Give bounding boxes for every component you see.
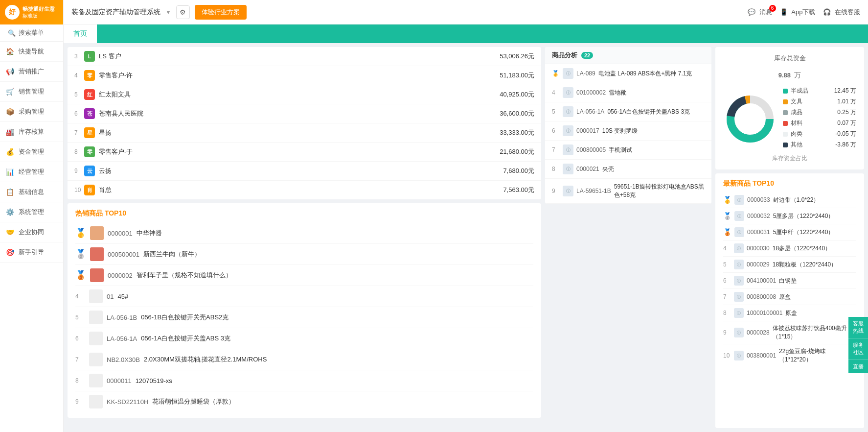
sidebar-item-operations[interactable]: 📊 经营管理: [0, 162, 63, 182]
sidebar-label-7: 基础信息: [19, 188, 44, 196]
legend-item: 半成品 12.45 万: [783, 87, 856, 95]
customer-avatar: 红: [84, 89, 95, 100]
legend-value: -0.05 万: [835, 130, 856, 138]
top-product-right-item: 5 ⓘ LA-056-1A 056-1A白色按键开关盖ABS 3克: [545, 102, 711, 121]
hot-product-item: 7 NB2.0X30B 2.0X30MM双搓花轴,搓花直径2.1MM/ROHS: [75, 349, 533, 370]
phone-icon: 📱: [780, 8, 788, 16]
top-product-code: LA-056-1A: [576, 108, 604, 115]
newest-product-icon: ⓘ: [734, 276, 744, 286]
top-product-icon: ⓘ: [563, 68, 573, 79]
tab-home[interactable]: 首页: [64, 24, 97, 43]
sidebar-label-6: 经营管理: [19, 168, 44, 176]
sidebar-item-basic-info[interactable]: 📋 基础信息: [0, 182, 63, 202]
legend-item: 其他 -3.86 万: [783, 141, 856, 149]
settings-icon[interactable]: ⚙: [176, 5, 190, 19]
sidebar-item-nav[interactable]: 🏠 快捷导航: [0, 42, 63, 62]
operations-icon: 📊: [5, 167, 15, 177]
product-rank: 8: [75, 377, 85, 384]
message-btn[interactable]: 💬 消息 6: [748, 8, 772, 17]
sidebar-label-10: 新手引导: [19, 248, 44, 257]
newest-code: 0000029: [747, 261, 770, 268]
sidebar-item-marketing[interactable]: 📢 营销推广: [0, 62, 63, 82]
product-code: 0000011: [107, 377, 132, 384]
sidebar-item-collab[interactable]: 🤝 企业协同: [0, 222, 63, 242]
top-product-icon: ⓘ: [563, 87, 573, 98]
top-product-code: LA-089: [576, 70, 595, 77]
newest-product-icon: ⓘ: [734, 195, 744, 205]
logo-icon: 好: [5, 5, 20, 20]
medal-silver-icon: 🥈: [75, 249, 86, 260]
sidebar-item-sales[interactable]: 🛒 销售管理: [0, 82, 63, 102]
top-product-right-item: 4 ⓘ 001000002 雪地靴: [545, 83, 711, 102]
float-btn-live[interactable]: 直播: [848, 360, 868, 373]
legend-item: 材料 0.07 万: [783, 119, 856, 127]
newest-code: 0000033: [747, 196, 770, 203]
customer-avatar: 苍: [84, 108, 95, 119]
sidebar-label-9: 企业协同: [19, 228, 44, 237]
collab-icon: 🤝: [5, 227, 15, 237]
product-name: 45#: [117, 293, 533, 300]
newest-product-icon: ⓘ: [734, 243, 744, 253]
product-rank: 7: [75, 356, 85, 363]
top-product-name: 雪地靴: [609, 89, 705, 97]
customer-amount: 33,333.00元: [500, 128, 534, 137]
sidebar-search[interactable]: 🔍 搜索菜单: [0, 24, 63, 42]
online-service-btn[interactable]: 🎧 在线客服: [823, 8, 860, 17]
legend-value: 12.45 万: [834, 87, 856, 95]
newest-products-title: 最新商品 TOP10: [723, 179, 856, 188]
experience-btn[interactable]: 体验行业方案: [195, 5, 247, 20]
headset-icon: 🎧: [823, 8, 831, 16]
product-name: 花语萌恒温分腿睡袋（厚款）: [152, 397, 533, 406]
customer-avatar: 星: [84, 127, 95, 138]
content: 3 L LS 客户 53,006.26元 4 零 零售客户-许 51,183.0…: [64, 43, 868, 432]
customer-name: 星扬: [99, 128, 500, 137]
customer-rank: 9: [74, 168, 84, 174]
middle-column: 商品分析 22 🥇 ⓘ LA-089 电池盖 LA-089 ABS本色+黑种 7…: [545, 43, 711, 432]
sidebar-item-system[interactable]: ⚙️ 系统管理: [0, 202, 63, 222]
app-download-btn[interactable]: 📱 App下载: [780, 8, 816, 17]
top-product-name: 10S 变刹罗缓: [602, 127, 705, 135]
product-analysis-badge: 22: [581, 52, 593, 59]
stock-value: 9.88: [778, 72, 791, 79]
newest-rank: 9: [723, 329, 731, 336]
newest-product-item: 🥇 ⓘ 0000033 封边带（1.0*22）: [723, 192, 856, 208]
newest-name: 封边带（1.0*22）: [773, 196, 856, 204]
sidebar-item-purchase[interactable]: 📦 采购管理: [0, 102, 63, 122]
sidebar-item-finance[interactable]: 💰 资金管理: [0, 142, 63, 162]
customer-rank: 4: [74, 72, 84, 79]
customer-amount: 36,600.00元: [500, 109, 534, 118]
stock-chart-area: 半成品 12.45 万 文具 1.01 万 成品 0.25 万 材料 0.07 …: [723, 87, 856, 151]
sidebar-item-guide[interactable]: 🎯 新手引导: [0, 242, 63, 263]
customer-name: 苍南县人民医院: [99, 109, 500, 118]
newest-medal-bronze: 🥉: [723, 228, 731, 236]
float-btn-community[interactable]: 服务社区: [848, 338, 868, 360]
float-btn-service[interactable]: 客服热线: [848, 317, 868, 338]
product-code: NB2.0X30B: [107, 356, 140, 363]
legend-label: 材料: [791, 119, 834, 127]
product-analysis-header: 商品分析 22: [545, 47, 711, 64]
customer-amount: 21,680.00元: [500, 147, 534, 156]
dropdown-arrow-icon[interactable]: ▼: [165, 9, 171, 16]
newest-rank: 8: [723, 310, 731, 316]
main-area: 装备及固定资产辅助管理系统 ▼ ⚙ 体验行业方案 💬 消息 6 📱 App下载 …: [64, 0, 868, 432]
product-thumbnail: [90, 268, 104, 282]
product-analysis-panel: 商品分析 22 🥇 ⓘ LA-089 电池盖 LA-089 ABS本色+黑种 7…: [545, 47, 711, 204]
newest-product-icon: ⓘ: [734, 308, 744, 318]
top-product-code: 000800005: [576, 146, 606, 153]
customer-rank: 5: [74, 91, 84, 98]
newest-code: 0000030: [747, 245, 770, 252]
topbar-right: 💬 消息 6 📱 App下载 🎧 在线客服: [748, 8, 860, 17]
newest-code: 003800001: [747, 352, 776, 359]
customer-rank: 8: [74, 148, 84, 155]
newest-medal-gold: 🥇: [723, 196, 731, 204]
legend-dot: [783, 99, 788, 104]
newest-product-icon: ⓘ: [734, 260, 744, 269]
hot-product-item: 5 LA-056-1B 056-1B白色按键开关壳ABS2克: [75, 307, 533, 328]
sidebar-label-3: 采购管理: [19, 107, 44, 116]
purchase-icon: 📦: [5, 107, 15, 117]
newest-name: 原盒: [785, 309, 856, 317]
sidebar-item-inventory[interactable]: 🏭 库存核算: [0, 122, 63, 142]
top-rank: 4: [552, 89, 560, 96]
top-medal-gold: 🥇: [552, 70, 560, 77]
newest-medal-silver: 🥈: [723, 212, 731, 220]
